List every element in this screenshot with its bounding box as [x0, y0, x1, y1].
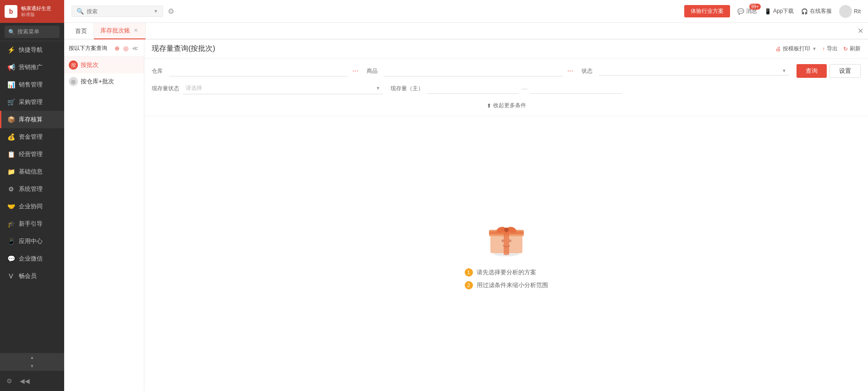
search-dropdown-arrow[interactable]: ▼	[154, 9, 158, 14]
left-panel-actions: ⊕ ◎ ≪	[114, 44, 139, 53]
tab-home-label: 首页	[75, 27, 87, 35]
collapse-sidebar-btn[interactable]: ◀◀	[18, 375, 32, 386]
setting-btn[interactable]: 设置	[830, 64, 861, 78]
sidebar-item-sales[interactable]: 📊 销售管理	[0, 76, 64, 93]
experience-industry-btn[interactable]: 体验行业方案	[684, 5, 730, 17]
export-label: 导出	[827, 45, 838, 53]
filter-stock-range: —	[427, 83, 622, 94]
nav-label-quick-nav: 快捷导航	[19, 46, 43, 54]
sidebar-item-app-center[interactable]: 📱 应用中心	[0, 233, 64, 250]
stock-range-separator: —	[522, 85, 527, 92]
online-service-btn[interactable]: 🎧 在线客服	[801, 7, 832, 15]
topbar-search-input[interactable]	[87, 8, 151, 15]
nav-icon-sales: 📊	[7, 81, 15, 89]
collapse-label: 收起更多条件	[493, 102, 526, 109]
warehouse-label: 仓库	[152, 67, 165, 75]
stock-qty-from-input[interactable]	[427, 83, 519, 94]
plan-icon-label2: ◎	[71, 79, 76, 85]
stock-qty-to-input[interactable]	[530, 83, 622, 94]
warehouse-more-btn[interactable]: ···	[352, 66, 359, 76]
gear-icon[interactable]: ⚙	[168, 7, 174, 16]
sidebar-item-quick-nav[interactable]: ⚡ 快捷导航	[0, 41, 64, 59]
content-area: 按以下方案查询 ⊕ ◎ ≪ 按 按批次 ◎ 按仓库+批次	[64, 39, 868, 391]
message-btn[interactable]: 💬 消息 99+	[737, 7, 757, 15]
sidebar-item-newbie-guide[interactable]: 🎓 新手引导	[0, 215, 64, 233]
app-name: 畅康通好生意	[21, 5, 51, 11]
refresh-icon: ↻	[843, 46, 848, 52]
tab-home[interactable]: 首页	[69, 23, 94, 39]
filter-row-1: 仓库 ··· 商品 ··· 状态 ▼	[152, 64, 861, 78]
sidebar-item-system[interactable]: ⚙ 系统管理	[0, 180, 64, 198]
user-avatar	[839, 5, 852, 18]
plan-item-label-warehouse-batch: 按仓库+批次	[81, 77, 114, 86]
product-input[interactable]	[384, 66, 563, 76]
refresh-btn[interactable]: ↻ 刷新	[843, 45, 861, 53]
message-icon: 💬	[737, 8, 744, 15]
nav-label-sales: 销售管理	[19, 81, 43, 89]
sidebar-search-button[interactable]: 🔍 搜索菜单	[5, 26, 60, 38]
plan-item-by-warehouse-batch[interactable]: ◎ 按仓库+批次	[64, 73, 144, 90]
stock-status-select[interactable]: 请选择 ▼	[183, 82, 383, 94]
app-download-btn[interactable]: 📱 App下载	[764, 7, 794, 15]
settings-plan-btn[interactable]: ◎	[122, 44, 129, 53]
nav-label-enterprise-wechat: 企业微信	[19, 255, 43, 263]
nav-icon-basic-info: 📁	[7, 168, 15, 176]
nav-label-member: 畅会员	[19, 272, 37, 280]
product-label: 商品	[367, 67, 380, 75]
sidebar-item-finance[interactable]: 💰 资金管理	[0, 128, 64, 146]
print-btn[interactable]: 🖨 按模板打印 ▼	[775, 45, 817, 53]
page-title: 现存量查询(按批次)	[152, 44, 215, 54]
nav-label-enterprise-collab: 企业协同	[19, 202, 43, 211]
plan-icon-label: 按	[71, 62, 76, 69]
sidebar-scroll-up[interactable]: ▲	[0, 353, 64, 362]
main-area: 🔍 ▼ ⚙ 体验行业方案 💬 消息 99+ 📱 App下载 🎧 在线客服	[64, 0, 868, 391]
status-select[interactable]: ▼	[599, 66, 789, 76]
sidebar-item-enterprise-wechat[interactable]: 💬 企业微信	[0, 250, 64, 267]
nav-label-newbie-guide: 新手引导	[19, 220, 43, 228]
nav-label-finance: 资金管理	[19, 133, 43, 141]
plan-item-by-batch[interactable]: 按 按批次	[64, 57, 144, 73]
empty-state: 1 请先选择要分析的方案 2 用过滤条件来缩小分析范围	[144, 116, 868, 391]
nav-icon-newbie-guide: 🎓	[7, 220, 15, 228]
sidebar-item-member[interactable]: V 畅会员	[0, 267, 64, 285]
online-service-label: 在线客服	[810, 7, 832, 15]
sidebar-item-enterprise-collab[interactable]: 🤝 企业协同	[0, 198, 64, 215]
nav-label-system: 系统管理	[19, 185, 43, 193]
nav-icon-marketing: 📢	[7, 63, 15, 71]
sidebar-item-purchase[interactable]: 🛒 采购管理	[0, 93, 64, 111]
filter-stock-qty: 现存量（主） —	[390, 83, 622, 94]
tab-close-btn[interactable]: ✕	[133, 27, 139, 34]
user-name: Rit	[854, 8, 861, 15]
nav-label-marketing: 营销推广	[19, 63, 43, 71]
sidebar-scroll-down[interactable]: ▼	[0, 362, 64, 370]
sidebar-item-basic-info[interactable]: 📁 基础信息	[0, 163, 64, 180]
app-download-label: App下载	[773, 7, 794, 15]
add-plan-btn[interactable]: ⊕	[114, 44, 121, 53]
filter-status: 状态 ▼	[582, 66, 789, 76]
collapse-panel-btn[interactable]: ≪	[131, 44, 139, 53]
settings-icon-btn[interactable]: ⚙	[5, 375, 14, 386]
nav-label-purchase: 采购管理	[19, 98, 43, 106]
sidebar-item-inventory[interactable]: 📦 库存核算	[0, 111, 64, 128]
page-header: 现存量查询(按批次) 🖨 按模板打印 ▼ ↑ 导出 ↻ 刷新	[144, 39, 868, 59]
sidebar-item-operations[interactable]: 📋 经营管理	[0, 146, 64, 163]
collapse-more-btn[interactable]: ⬆ 收起更多条件	[152, 99, 861, 110]
step-num-1: 1	[465, 268, 473, 277]
step-num-2: 2	[465, 281, 473, 289]
print-dropdown-arrow[interactable]: ▼	[812, 46, 817, 51]
sidebar-item-marketing[interactable]: 📢 营销推广	[0, 59, 64, 76]
product-more-btn[interactable]: ···	[566, 66, 574, 76]
query-btn[interactable]: 查询	[797, 64, 827, 78]
status-label: 状态	[582, 67, 595, 75]
tab-inventory-batch[interactable]: 库存批次账 ✕	[94, 23, 146, 39]
warehouse-input[interactable]	[169, 66, 348, 76]
nav-label-app-center: 应用中心	[19, 237, 43, 245]
user-avatar-area[interactable]: Rit	[839, 5, 861, 18]
headset-icon: 🎧	[801, 8, 808, 15]
filter-row-2: 现存量状态 请选择 ▼ 现存量（主） —	[152, 82, 861, 94]
topbar-search-icon: 🔍	[77, 8, 84, 15]
sidebar: b 畅康通好生意 标准版 🔍 搜索菜单 ⚡ 快捷导航 📢 营销推广 📊 销售管理…	[0, 0, 64, 391]
nav-label-basic-info: 基础信息	[19, 168, 43, 176]
export-btn[interactable]: ↑ 导出	[822, 45, 838, 53]
panel-close-btn[interactable]: ✕	[857, 27, 863, 35]
